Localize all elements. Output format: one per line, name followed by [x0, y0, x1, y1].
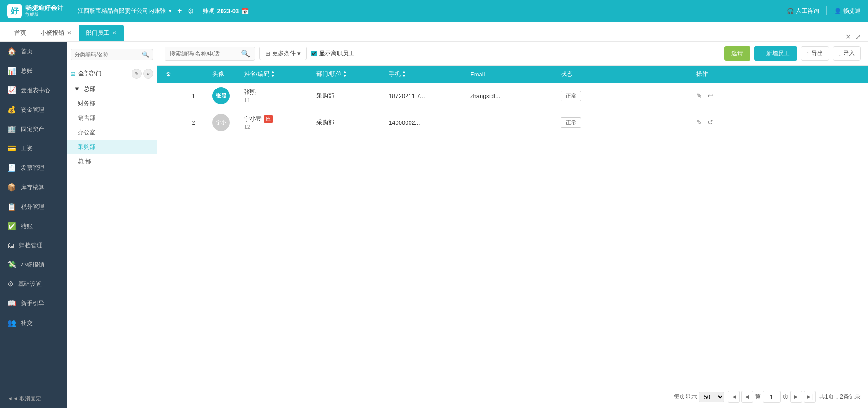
tab-xiaochang-label: 小畅报销 — [41, 29, 64, 37]
all-dept-label: 全部部门 — [78, 70, 102, 78]
dept-node-office[interactable]: 办公室 — [67, 125, 157, 140]
add-button[interactable]: + — [177, 6, 182, 16]
row2-edit-icon[interactable]: ✎ — [696, 118, 702, 127]
close-window-icon[interactable]: ✕ — [845, 33, 851, 41]
more-filter-button[interactable]: ⊞ 更多条件 ▾ — [259, 47, 307, 60]
total-info: 共1页，2条记录 — [819, 393, 861, 401]
sidebar-item-salary[interactable]: 💳 工资 — [0, 139, 67, 158]
first-page-button[interactable]: |◄ — [728, 391, 740, 403]
col-phone[interactable]: 手机 ▲▼ — [383, 66, 465, 83]
dept-label-1: 财务部 — [78, 100, 95, 107]
dept-collapse-icon[interactable]: « — [143, 69, 153, 79]
header-divider — [826, 6, 827, 15]
tab-xiaochang[interactable]: 小畅报销 ✕ — [33, 25, 79, 41]
row2-name-cell: 宁小壹 应 12 — [239, 109, 311, 136]
row1-avatar: 张照 — [212, 87, 230, 104]
page-size-dropdown[interactable]: 20 50 100 — [699, 392, 724, 402]
row2-phone-cell: 14000002... — [383, 109, 465, 136]
row1-op-icons: ✎ ↩ — [696, 92, 863, 100]
dept-header-actions: ✎ « — [132, 69, 153, 79]
sidebar-item-tax[interactable]: 📋 税务管理 — [0, 197, 67, 216]
dept-search-input[interactable] — [75, 52, 140, 58]
col-name[interactable]: 姓名/编码 ▲▼ — [239, 66, 311, 83]
row1-edit-icon[interactable]: ✎ — [696, 92, 702, 100]
company-selector[interactable]: 江西服宝精品有限责任公司内账张 ▾ — [78, 7, 172, 15]
tab-dept[interactable]: 部门员工 ✕ — [79, 25, 124, 41]
tab-bar-right: ✕ ⤢ — [845, 33, 861, 41]
import-icon: ↓ — [839, 50, 842, 57]
sidebar-unpin-button[interactable]: ◄◄ 取消固定 — [0, 389, 67, 408]
employee-search[interactable]: 🔍 — [165, 47, 255, 61]
row2-delete-icon[interactable]: ↺ — [708, 118, 713, 127]
user-button[interactable]: 👤 畅捷通 — [834, 7, 861, 15]
tab-dept-label: 部门员工 — [86, 29, 109, 37]
tab-dept-close[interactable]: ✕ — [112, 30, 117, 36]
show-resigned-label: 显示离职员工 — [319, 49, 354, 57]
sidebar-item-settings[interactable]: ⚙ 基础设置 — [0, 274, 67, 294]
col-email: Email — [465, 66, 555, 83]
sidebar-item-reports[interactable]: 📈 云报表中心 — [0, 80, 67, 100]
sidebar-settings-label: 基础设置 — [18, 280, 42, 288]
logo-text-block: 畅捷通好会计 旗舰版 — [25, 4, 63, 18]
sidebar-item-ledger[interactable]: 📊 总账 — [0, 61, 67, 80]
guide-icon: 📖 — [7, 299, 16, 308]
sidebar-assets-label: 固定资产 — [21, 125, 44, 133]
settings-button[interactable]: ⚙ — [188, 7, 194, 15]
row2-dept-cell: 采购部 — [311, 109, 383, 136]
employee-toolbar: 🔍 ⊞ 更多条件 ▾ 显示离职员工 邀请 + 新增员工 — [157, 42, 868, 66]
dept-node-finance[interactable]: 财务部 — [67, 96, 157, 111]
expense-icon: 💸 — [7, 260, 16, 269]
col-avatar-label: 头像 — [212, 70, 224, 77]
dept-edit-icon[interactable]: ✎ — [132, 69, 142, 79]
sidebar-item-archive[interactable]: 🗂 归档管理 — [0, 236, 67, 255]
dept-search[interactable]: 🔍 — [71, 49, 153, 60]
tab-home-label: 首页 — [14, 29, 26, 37]
sidebar-item-guide[interactable]: 📖 新手引导 — [0, 294, 67, 313]
page-input[interactable] — [763, 391, 781, 403]
tab-xiaochang-close[interactable]: ✕ — [67, 30, 71, 36]
ledger-icon: 📊 — [7, 66, 16, 75]
dept-node-purchase[interactable]: 采购部 — [67, 140, 157, 154]
sidebar-item-social[interactable]: 👥 社交 — [0, 313, 67, 333]
row1-leave-icon[interactable]: ↩ — [708, 92, 713, 100]
calendar-icon[interactable]: 📅 — [241, 8, 249, 14]
dropdown-icon: ▾ — [169, 8, 172, 14]
col-dept[interactable]: 部门/职位 ▲▼ — [311, 66, 383, 83]
dept-node-general[interactable]: 总 部 — [67, 154, 157, 169]
sidebar-item-assets[interactable]: 🏢 固定资产 — [0, 119, 67, 139]
next-page-button[interactable]: ► — [790, 391, 802, 403]
salary-icon: 💳 — [7, 144, 16, 153]
sidebar-item-expense[interactable]: 💸 小畅报销 — [0, 255, 67, 274]
export-button[interactable]: ↑ 导出 — [801, 46, 829, 61]
sidebar-item-home[interactable]: 🏠 首页 — [0, 42, 67, 61]
row2-avatar-cell: 宁小 — [207, 109, 239, 136]
tab-home[interactable]: 首页 — [7, 25, 33, 41]
assets-icon: 🏢 — [7, 125, 16, 133]
all-dept-header[interactable]: ⊞ 全部部门 ✎ « — [67, 66, 157, 82]
employee-table-body: 1 张照 张熙 11 — [157, 83, 868, 136]
support-button[interactable]: 🎧 人工咨询 — [787, 7, 819, 15]
filter-label: 更多条件 — [272, 49, 296, 57]
sidebar-item-invoice[interactable]: 🧾 发票管理 — [0, 158, 67, 178]
invite-button[interactable]: 邀请 — [724, 46, 750, 61]
sidebar-home-label: 首页 — [21, 47, 33, 56]
row2-code: 12 — [244, 124, 306, 130]
dept-node-sales[interactable]: 销售部 — [67, 111, 157, 125]
row1-dept-cell: 采购部 — [311, 83, 383, 109]
prev-page-button[interactable]: ◄ — [741, 391, 753, 403]
dept-node-zongbu[interactable]: ▼ 总部 — [67, 82, 157, 96]
expand-icon[interactable]: ⤢ — [855, 33, 861, 41]
add-employee-button[interactable]: + 新增员工 — [754, 46, 797, 61]
sidebar-item-inventory[interactable]: 📦 库存核算 — [0, 178, 67, 197]
sidebar-item-funds[interactable]: 💰 资金管理 — [0, 100, 67, 119]
row2-email-cell — [465, 109, 555, 136]
dept-grid-icon: ⊞ — [71, 70, 75, 77]
row1-name: 张熙 — [244, 88, 306, 96]
import-button[interactable]: ↓ 导入 — [833, 46, 861, 61]
show-resigned-checkbox[interactable] — [311, 51, 317, 56]
last-page-button[interactable]: ►| — [804, 391, 816, 403]
sidebar-item-close[interactable]: ✅ 结账 — [0, 216, 67, 236]
employee-search-input[interactable] — [170, 50, 239, 57]
col-settings[interactable]: ⚙ — [157, 66, 180, 83]
row1-phone: 18720211 7... — [389, 93, 425, 99]
